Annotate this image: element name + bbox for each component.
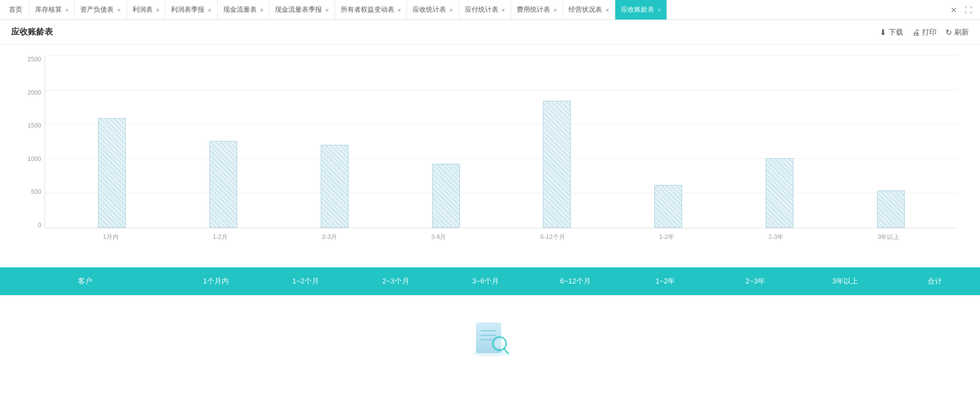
tab-close-expense-stats[interactable]: ×: [553, 7, 557, 13]
tab-ap-stats[interactable]: 应付统计表×: [459, 0, 511, 20]
table-header-cell: 3~6个月: [440, 276, 530, 286]
y-label: 500: [31, 188, 41, 195]
tab-ar-stats[interactable]: 应收统计表×: [407, 0, 459, 20]
x-label: 2-3年: [768, 233, 783, 241]
chart-bar: [432, 164, 460, 228]
print-button[interactable]: 🖨 打印: [912, 27, 937, 37]
x-label: 1月内: [103, 233, 119, 241]
bar-group: [98, 118, 126, 228]
y-axis: 05001000150020002500: [22, 56, 45, 228]
tab-home-label: 首页: [9, 5, 22, 14]
bar-group: [877, 190, 905, 228]
download-icon: ⬇: [880, 28, 886, 37]
page-actions: ⬇ 下载 🖨 打印 ↻ 刷新: [880, 27, 969, 37]
page-title: 应收账龄表: [11, 27, 53, 37]
tab-cashflow[interactable]: 现金流量表×: [218, 0, 270, 20]
tab-close-profit-quarterly[interactable]: ×: [208, 7, 211, 13]
tab-close-balance-sheet[interactable]: ×: [117, 7, 120, 13]
empty-state: [0, 295, 980, 379]
table-header-cell: 2~3个月: [351, 276, 440, 286]
chart-bar: [321, 145, 349, 228]
bar-group: [321, 145, 349, 228]
tab-home[interactable]: 首页: [2, 0, 30, 20]
y-label: 0: [38, 222, 41, 228]
bar-group: [432, 164, 460, 228]
bar-group: [543, 101, 571, 228]
print-icon: 🖨: [912, 28, 920, 37]
print-label: 打印: [922, 27, 937, 37]
tab-expense-stats[interactable]: 费用统计表×: [511, 0, 563, 20]
table-header-cell: 3年以上: [800, 276, 890, 286]
y-label: 1500: [28, 122, 41, 129]
table-header-cell: 合计: [890, 276, 980, 286]
svg-point-7: [495, 339, 504, 348]
tab-close-ar-stats[interactable]: ×: [449, 7, 453, 13]
refresh-label: 刷新: [954, 27, 969, 37]
tab-equity[interactable]: 所有者权益变动表×: [335, 0, 407, 20]
refresh-button[interactable]: ↻ 刷新: [945, 27, 969, 37]
y-label: 1000: [28, 155, 41, 162]
table-header-cell: 6~12个月: [531, 276, 620, 286]
empty-icon: [465, 311, 515, 363]
tab-close-profit[interactable]: ×: [156, 7, 159, 13]
bar-group: [766, 158, 793, 228]
tab-bar: 首页 库存核算×资产负债表×利润表×利润表季报×现金流量表×现金流量表季报×所有…: [0, 0, 980, 20]
tab-label-inventory: 库存核算: [35, 5, 62, 14]
tab-inventory[interactable]: 库存核算×: [30, 0, 75, 20]
tab-close-cashflow[interactable]: ×: [260, 7, 263, 13]
chart-bar: [766, 158, 793, 228]
chart-container: 05001000150020002500 1月内1-2月2-3月3-6月6-12…: [22, 56, 958, 245]
chart-bar: [877, 190, 905, 228]
window-controls: ✕ ⛶: [949, 5, 978, 15]
tab-close-equity[interactable]: ×: [398, 7, 401, 13]
tab-close-inventory[interactable]: ×: [65, 7, 68, 13]
tab-label-cashflow: 现金流量表: [223, 5, 257, 14]
tab-balance-sheet[interactable]: 资产负债表×: [75, 0, 126, 20]
bar-group: [654, 185, 682, 228]
tab-profit-quarterly[interactable]: 利润表季报×: [165, 0, 217, 20]
close-window-button[interactable]: ✕: [949, 5, 959, 15]
chart-bar: [209, 141, 237, 228]
tab-close-cashflow-quarterly[interactable]: ×: [325, 7, 329, 13]
download-label: 下载: [889, 27, 903, 37]
table-header: 客户1个月内1~2个月2~3个月3~6个月6~12个月1~2年2~3年3年以上合…: [0, 267, 980, 295]
table-header-cell: 1~2个月: [261, 276, 350, 286]
tab-operation[interactable]: 经营状况表×: [563, 0, 615, 20]
table-header-cell: 2~3年: [710, 276, 800, 286]
x-label: 1-2年: [659, 233, 674, 241]
x-label: 2-3月: [322, 233, 337, 241]
x-label: 3-6月: [431, 233, 446, 241]
chart-bar: [654, 185, 682, 228]
y-label: 2000: [28, 89, 41, 96]
refresh-icon: ↻: [945, 28, 952, 37]
chart-plot: [45, 56, 958, 228]
table-header-cell: 客户: [0, 276, 171, 286]
tab-label-ar-stats: 应收统计表: [413, 5, 446, 14]
tab-label-profit-quarterly: 利润表季报: [171, 5, 204, 14]
chart-bar: [543, 101, 571, 228]
chart-area: 05001000150020002500 1月内1-2月2-3月3-6月6-12…: [0, 45, 980, 267]
tab-profit[interactable]: 利润表×: [127, 0, 165, 20]
tab-cashflow-quarterly[interactable]: 现金流量表季报×: [270, 0, 335, 20]
tab-close-ar-aging[interactable]: ×: [658, 7, 661, 13]
download-button[interactable]: ⬇ 下载: [880, 27, 903, 37]
tab-close-operation[interactable]: ×: [605, 7, 609, 13]
table-header-cell: 1个月内: [171, 276, 261, 286]
x-label: 3年以上: [878, 233, 899, 241]
tab-label-ap-stats: 应付统计表: [465, 5, 498, 14]
tab-close-ap-stats[interactable]: ×: [502, 7, 505, 13]
tab-label-balance-sheet: 资产负债表: [80, 5, 114, 14]
page-header: 应收账龄表 ⬇ 下载 🖨 打印 ↻ 刷新: [0, 20, 980, 45]
x-label: 6-12个月: [541, 233, 565, 241]
tab-label-operation: 经营状况表: [569, 5, 602, 14]
main-content: 05001000150020002500 1月内1-2月2-3月3-6月6-12…: [0, 45, 980, 401]
y-label: 2500: [28, 56, 41, 62]
x-axis: 1月内1-2月2-3月3-6月6-12个月1-2年2-3年3年以上: [45, 228, 958, 245]
bars-container: [45, 56, 958, 228]
tab-label-ar-aging: 应收账龄表: [621, 5, 654, 14]
tab-ar-aging[interactable]: 应收账龄表×: [615, 0, 667, 20]
tab-label-profit: 利润表: [133, 5, 153, 14]
chart-bar: [98, 118, 126, 228]
tab-label-equity: 所有者权益变动表: [341, 5, 394, 14]
maximize-window-button[interactable]: ⛶: [963, 5, 973, 15]
